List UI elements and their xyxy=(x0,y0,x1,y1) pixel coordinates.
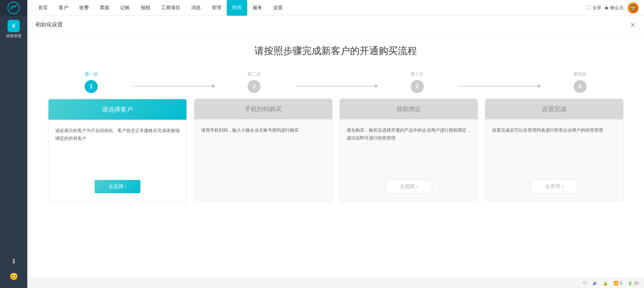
avatar[interactable]: 🦁 xyxy=(628,2,639,13)
step2-circle: 2 xyxy=(248,80,261,93)
step3-label: 第三步 xyxy=(410,71,424,77)
nav-service[interactable]: 服务 xyxy=(247,0,268,16)
download-icon[interactable]: ⬇ xyxy=(8,255,20,267)
go-manage-button[interactable]: 去管理 › xyxy=(531,180,577,194)
logo-icon xyxy=(8,2,20,14)
sidebar: ¥ 经营管理 ⬇ 😊 xyxy=(0,0,27,288)
card1-body: 该处展示的客户为不在回收站、客户状态正常建账后完成老板端绑定的所有客户 xyxy=(48,120,186,174)
card4-footer: 去管理 › xyxy=(485,174,623,202)
sidebar-item-management[interactable]: ¥ 经营管理 xyxy=(0,16,27,43)
nav-fee[interactable]: 收费 xyxy=(74,0,94,16)
timeline-step-3: 第三步 3 xyxy=(377,71,457,93)
lock-icon: 🔒 xyxy=(603,281,608,286)
card2-header: 手机扫码购买 xyxy=(194,99,332,119)
nav-invoice[interactable]: 票据 xyxy=(94,0,115,16)
vip-btn[interactable]: ▶ 畅会员 xyxy=(605,5,624,11)
card4-text: 设置完成后可以在管理列表进行所有企业用户的经营管理 xyxy=(492,126,616,134)
shield-icon: 🛡 xyxy=(583,281,587,286)
sidebar-logo xyxy=(0,0,27,16)
step-card-3: 授权绑定 请先购买，购买后选择开通的产品中的企业用户进行授权绑定，成功后即可进行… xyxy=(339,99,478,202)
card1-footer: 去选择 › xyxy=(48,174,186,201)
sidebar-item-label: 经营管理 xyxy=(6,34,21,39)
cards-row: 请选择客户 该处展示的客户为不在回收站、客户状态正常建账后完成老板端绑定的所有客… xyxy=(48,99,624,202)
top-nav: 首页 客户 收费 票据 记账 报税 工商项目 消息 管理 经营 服务 设置 ⛶ … xyxy=(27,0,644,16)
step4-label: 第四步 xyxy=(573,71,587,77)
management-icon: ¥ xyxy=(8,20,20,32)
card1-text: 该处展示的客户为不在回收站、客户状态正常建账后完成老板端绑定的所有客户 xyxy=(55,127,180,143)
timeline-step-4: 第四步 4 xyxy=(540,71,620,93)
arrow-3: ▶ xyxy=(459,86,539,87)
go-select-button[interactable]: 去选择 › xyxy=(95,180,140,193)
battery-status: 🔋 10 xyxy=(628,281,639,286)
svg-point-0 xyxy=(8,2,19,14)
arrow-1: ▶ xyxy=(133,86,213,87)
card2-body: 请用手机扫码，输入小微企业主账号密码进行购买 xyxy=(194,119,332,181)
fullscreen-icon: ⛶ xyxy=(587,5,591,10)
volume-icon[interactable]: 🔊 xyxy=(592,281,598,286)
card3-text: 请先购买，购买后选择开通的产品中的企业用户进行授权绑定，成功后即可进行经营管理 xyxy=(347,126,471,142)
arrow-2: ▶ xyxy=(296,86,376,87)
fullscreen-btn[interactable]: ⛶ 全屏 xyxy=(587,5,601,11)
timeline-step-2: 第二步 2 xyxy=(214,71,294,93)
nav-manage[interactable]: 管理 xyxy=(206,0,227,16)
step2-label: 第二步 xyxy=(248,71,261,77)
card3-footer: 去授权 › xyxy=(340,174,478,202)
step-card-2: 手机扫码购买 请用手机扫码，输入小微企业主账号密码进行购买 xyxy=(194,99,333,202)
card4-header: 设置完成 xyxy=(485,99,623,119)
card4-body: 设置完成后可以在管理列表进行所有企业用户的经营管理 xyxy=(485,119,623,174)
card2-text: 请用手机扫码，输入小微企业主账号密码进行购买 xyxy=(201,126,325,134)
nav-home[interactable]: 首页 xyxy=(33,0,53,16)
card3-body: 请先购买，购买后选择开通的产品中的企业用户进行授权绑定，成功后即可进行经营管理 xyxy=(340,119,478,174)
nav-tax[interactable]: 报税 xyxy=(135,0,156,16)
network-status: 📶 0 xyxy=(614,281,622,286)
page-header: 初始化设置 ✕ xyxy=(27,16,644,34)
steps-container: 请按照步骤完成新客户的开通购买流程 第一步 1 ▶ 第二步 2 xyxy=(27,34,644,212)
play-icon: ▶ xyxy=(605,5,609,10)
timeline-step-1: 第一步 1 xyxy=(51,71,131,93)
main-content: 初始化设置 ✕ 请按照步骤完成新客户的开通购买流程 第一步 1 ▶ 第二步 2 xyxy=(27,16,644,278)
status-right: 🛡 🔊 🔒 📶 0 🔋 10 xyxy=(583,281,639,286)
step3-circle: 3 xyxy=(411,80,424,93)
nav-right-section: ⛶ 全屏 ▶ 畅会员 🦁 xyxy=(587,2,639,13)
nav-client[interactable]: 客户 xyxy=(53,0,74,16)
go-authorize-button[interactable]: 去授权 › xyxy=(386,180,432,194)
card3-header: 授权绑定 xyxy=(340,99,478,119)
card2-footer xyxy=(194,181,332,202)
sidebar-bottom: ⬇ 😊 xyxy=(8,255,20,288)
card1-header: 请选择客户 xyxy=(48,99,186,120)
nav-business[interactable]: 工商项目 xyxy=(156,0,186,16)
step4-circle: 4 xyxy=(574,80,587,93)
close-button[interactable]: ✕ xyxy=(630,22,636,28)
support-icon[interactable]: 😊 xyxy=(8,270,20,283)
step-card-4: 设置完成 设置完成后可以在管理列表进行所有企业用户的经营管理 去管理 › xyxy=(485,99,624,202)
page-title: 初始化设置 xyxy=(36,21,63,28)
avatar-image: 🦁 xyxy=(628,2,639,13)
nav-settings[interactable]: 设置 xyxy=(268,0,288,16)
step-card-1: 请选择客户 该处展示的客户为不在回收站、客户状态正常建账后完成老板端绑定的所有客… xyxy=(48,99,187,202)
step1-label: 第一步 xyxy=(85,71,98,77)
steps-main-title: 请按照步骤完成新客户的开通购买流程 xyxy=(48,44,624,57)
step1-circle: 1 xyxy=(85,80,98,93)
nav-message[interactable]: 消息 xyxy=(186,0,206,16)
status-bar: ▶ 完成 🛡 🔊 🔒 📶 0 🔋 10 xyxy=(0,278,644,288)
nav-bookkeeping[interactable]: 记账 xyxy=(115,0,135,16)
nav-operation[interactable]: 经营 xyxy=(227,0,247,16)
